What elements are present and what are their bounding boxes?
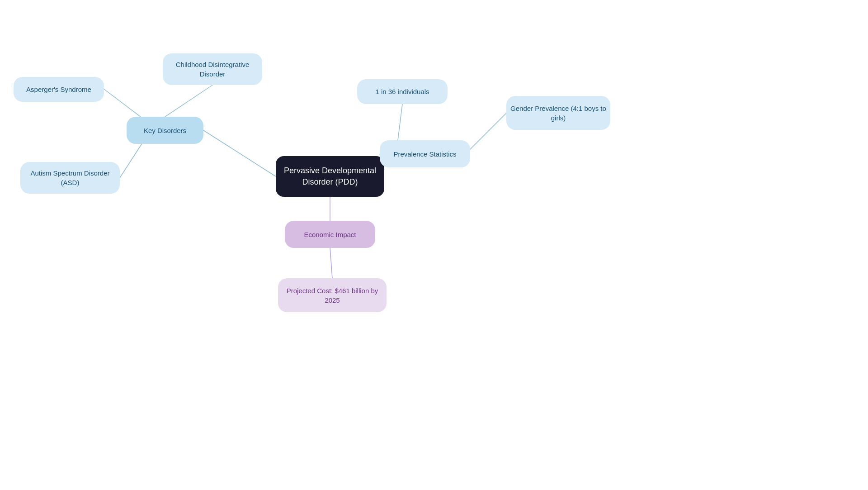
svg-line-8 [330,248,332,278]
gender-node[interactable]: Gender Prevalence (4:1 boys to girls) [506,96,610,130]
economic-label: Economic Impact [304,230,356,239]
svg-line-5 [398,104,402,140]
center-node[interactable]: Pervasive Developmental Disorder (PDD) [276,156,384,197]
economic-node[interactable]: Economic Impact [285,221,375,248]
svg-line-0 [203,130,276,176]
svg-line-6 [470,113,506,149]
key-disorders-node[interactable]: Key Disorders [127,117,203,144]
asd-label: Autism Spectrum Disorder (ASD) [20,168,120,187]
aspergers-label: Asperger's Syndrome [26,85,91,94]
gender-label: Gender Prevalence (4:1 boys to girls) [506,104,610,123]
aspergers-node[interactable]: Asperger's Syndrome [14,77,104,102]
projected-node[interactable]: Projected Cost: $461 billion by 2025 [278,278,387,312]
svg-line-1 [165,85,212,117]
one-in-36-label: 1 in 36 individuals [375,87,429,96]
key-disorders-label: Key Disorders [144,126,186,135]
childhood-node[interactable]: Childhood Disintegrative Disorder [163,53,262,85]
projected-label: Projected Cost: $461 billion by 2025 [278,286,387,305]
asd-node[interactable]: Autism Spectrum Disorder (ASD) [20,162,120,194]
one-in-36-node[interactable]: 1 in 36 individuals [357,79,448,104]
center-node-label: Pervasive Developmental Disorder (PDD) [276,165,384,188]
prevalence-node[interactable]: Prevalence Statistics [380,140,470,167]
prevalence-label: Prevalence Statistics [393,149,456,159]
svg-line-3 [120,139,145,178]
childhood-label: Childhood Disintegrative Disorder [163,60,262,79]
svg-line-2 [104,89,145,120]
